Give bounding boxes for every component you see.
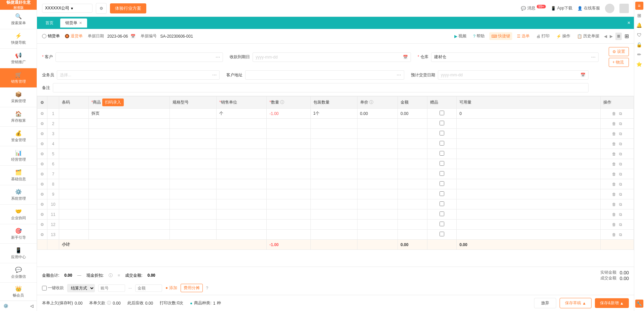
user-avatar[interactable] — [605, 4, 614, 13]
cell-spec[interactable] — [170, 129, 217, 139]
customer-addr-input[interactable]: ··· — [245, 70, 404, 80]
cell-gift[interactable] — [427, 209, 457, 220]
copy-icon[interactable]: ⧉ — [619, 182, 622, 187]
sidebar-item-apps[interactable]: 📱 应用中心 — [0, 244, 37, 263]
sidebar-item-operations[interactable]: 📊 经营管理 — [0, 146, 37, 166]
cell-amount[interactable] — [397, 129, 427, 139]
cell-amount[interactable] — [397, 189, 427, 199]
cell-unit[interactable] — [217, 149, 267, 159]
cell-gift[interactable] — [427, 129, 457, 139]
close-all-tabs[interactable]: ✕ — [627, 21, 631, 25]
delete-icon[interactable]: 🗑 — [612, 162, 616, 166]
cell-qty[interactable] — [267, 149, 310, 159]
gift-checkbox[interactable] — [440, 171, 444, 176]
company-selector[interactable]: XXXXXX公司 ▾ — [42, 4, 92, 13]
right-panel-grid-btn[interactable]: ⊞ — [635, 11, 643, 20]
grid-view-icon[interactable]: ⊞ — [624, 33, 629, 39]
addr-more-icon[interactable]: ··· — [396, 72, 401, 78]
sidebar-item-marketing[interactable]: 📢 营销推广 — [0, 49, 37, 68]
cell-unit[interactable] — [217, 169, 267, 179]
cell-spec[interactable] — [170, 220, 217, 230]
copy-icon[interactable]: ⧉ — [619, 111, 622, 116]
cell-price[interactable] — [357, 139, 397, 149]
copy-icon[interactable]: ⧉ — [619, 192, 622, 197]
cell-spec[interactable] — [170, 169, 217, 179]
customer-input[interactable]: ··· — [55, 52, 223, 62]
copy-icon[interactable]: ⧉ — [619, 202, 622, 207]
right-panel-edit-btn[interactable]: ✏ — [635, 50, 643, 59]
print-btn[interactable]: 🖨打印 — [534, 32, 552, 40]
one-click-payment[interactable]: 一键收款 — [42, 285, 64, 291]
delete-icon[interactable]: 🗑 — [612, 232, 616, 237]
cell-product[interactable] — [88, 149, 170, 159]
gift-checkbox[interactable] — [440, 181, 444, 186]
notes-input[interactable] — [53, 83, 589, 92]
cell-spec[interactable] — [170, 139, 217, 149]
cell-barcode[interactable] — [59, 119, 89, 129]
cell-spec[interactable] — [170, 159, 217, 169]
cell-price[interactable] — [357, 230, 397, 240]
cell-gift[interactable] — [427, 220, 457, 230]
sidebar-item-search[interactable]: 🔍 搜索菜单 — [0, 10, 37, 29]
delete-icon[interactable]: 🗑 — [612, 202, 616, 207]
sidebar-item-inventory[interactable]: 🏠 库存核算 — [0, 107, 37, 127]
row-gear-icon[interactable]: ⚙ — [40, 202, 44, 207]
cell-amount[interactable] — [397, 139, 427, 149]
cell-product[interactable] — [88, 220, 170, 230]
right-panel-notify-btn[interactable]: 🔔 — [635, 21, 643, 29]
cell-spec[interactable] — [170, 189, 217, 199]
cell-product[interactable] — [88, 209, 170, 220]
customer-more-icon[interactable]: ··· — [216, 54, 220, 60]
gift-checkbox[interactable] — [440, 121, 444, 125]
cell-pkg[interactable] — [310, 230, 357, 240]
warehouse-input[interactable]: 建材仓 ··· — [431, 52, 599, 62]
cell-amount[interactable] — [397, 119, 427, 129]
cell-product[interactable] — [88, 159, 170, 169]
cell-pkg[interactable] — [310, 119, 357, 129]
history-btn[interactable]: 📋历史单据 — [575, 32, 601, 40]
right-panel-lock-btn[interactable]: 🔒 — [635, 41, 643, 49]
add-btn[interactable]: ● 添加 — [165, 285, 177, 291]
tab-sales-order[interactable]: 销货单 ✕ — [60, 18, 87, 28]
cell-barcode[interactable] — [59, 189, 89, 199]
copy-icon[interactable]: ⧉ — [619, 222, 622, 227]
calendar-icon[interactable]: 📅 — [130, 34, 136, 39]
cell-amount[interactable] — [397, 209, 427, 220]
cell-gift[interactable] — [427, 119, 457, 129]
copy-icon[interactable]: ⧉ — [619, 131, 622, 136]
cell-product[interactable]: 拆页 — [88, 109, 170, 119]
due-date-input[interactable]: yyyy-mm-dd 📅 — [253, 52, 411, 62]
row-gear-icon[interactable]: ⚙ — [40, 111, 44, 116]
cell-qty[interactable] — [267, 220, 310, 230]
copy-icon[interactable]: ⧉ — [619, 232, 622, 237]
cell-pkg[interactable] — [310, 199, 357, 209]
cell-unit[interactable] — [217, 179, 267, 189]
cell-product[interactable] — [88, 199, 170, 209]
cell-amount[interactable] — [397, 220, 427, 230]
cell-gift[interactable] — [427, 139, 457, 149]
sidebar-item-sales[interactable]: 🛒 销售管理 — [0, 68, 37, 88]
select-btn[interactable]: ☰选单 — [515, 32, 532, 40]
cell-pkg[interactable] — [310, 159, 357, 169]
scan-button[interactable]: 扫码录入 — [102, 99, 124, 106]
gift-checkbox[interactable] — [440, 131, 444, 135]
cell-price[interactable] — [357, 209, 397, 220]
row-gear-icon[interactable]: ⚙ — [40, 152, 44, 156]
salesperson-input[interactable]: 选择... ··· — [57, 70, 220, 80]
row-gear-icon[interactable]: ⚙ — [40, 121, 44, 126]
cell-price[interactable] — [357, 159, 397, 169]
cell-unit[interactable] — [217, 189, 267, 199]
cell-qty[interactable] — [267, 159, 310, 169]
cell-gift[interactable] — [427, 169, 457, 179]
row-gear-icon[interactable]: ⚙ — [40, 131, 44, 136]
sidebar-item-guide[interactable]: 🎯 新手引导 — [0, 224, 37, 244]
delete-icon[interactable]: 🗑 — [612, 192, 616, 197]
save-draft-button[interactable]: 保存草稿 ▲ — [560, 298, 592, 308]
cell-pkg[interactable] — [310, 220, 357, 230]
cell-unit[interactable]: 个 — [217, 109, 267, 119]
calendar-icon-due[interactable]: 📅 — [403, 55, 408, 60]
online-service-btn[interactable]: 👤 在线客服 — [577, 5, 600, 11]
help-btn[interactable]: ?帮助 — [471, 32, 487, 40]
copy-icon[interactable]: ⧉ — [619, 212, 622, 217]
cell-product[interactable] — [88, 139, 170, 149]
